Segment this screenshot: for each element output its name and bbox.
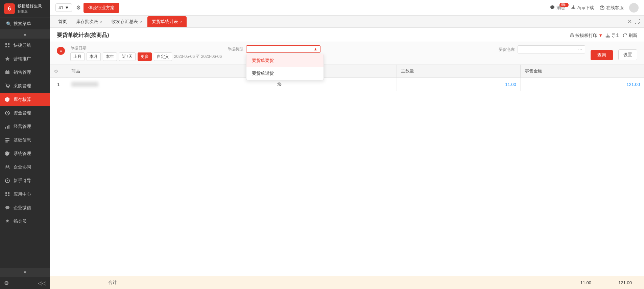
sidebar-settings-icon[interactable]: ⚙	[4, 280, 9, 286]
sidebar-search[interactable]: 🔍 搜索菜单	[0, 18, 50, 30]
sidebar-scroll-down[interactable]: ▼	[0, 268, 50, 277]
tabbar-expand-icon[interactable]: ⛶	[635, 19, 640, 25]
type-filter-select[interactable]: ▲ 要货单要货 要货单退货	[246, 45, 320, 53]
tabbar-actions: ✕ ⛶	[627, 18, 640, 25]
svg-point-20	[602, 9, 602, 9]
amount-link[interactable]: 121.00	[626, 82, 640, 87]
support-item[interactable]: 在线客服	[599, 5, 624, 11]
table-footer: 合计 11.00 121.00	[50, 276, 644, 289]
svg-point-13	[7, 180, 8, 181]
type-filter-input[interactable]	[249, 47, 313, 51]
svg-rect-22	[571, 34, 573, 35]
tab-batch-inventory-close[interactable]: ×	[100, 20, 102, 24]
sidebar-item-guide[interactable]: 新手引导	[0, 174, 50, 187]
product-name-blurred	[71, 82, 98, 87]
guide-label: 新手引导	[14, 178, 31, 184]
user-avatar-item[interactable]	[629, 3, 639, 13]
quantity-link[interactable]: 11.00	[505, 82, 516, 87]
td-amount: 121.00	[520, 78, 644, 91]
sidebar-item-member[interactable]: 畅会员	[0, 215, 50, 228]
sidebar-item-app-center[interactable]: 应用中心	[0, 187, 50, 201]
tab-collect-summary-close[interactable]: ×	[140, 20, 142, 24]
messages-item[interactable]: 消息 99+	[550, 5, 565, 11]
sidebar-item-marketing[interactable]: 营销推广	[0, 52, 50, 66]
sidebar-item-system[interactable]: 系统管理	[0, 147, 50, 160]
member-icon	[4, 218, 11, 225]
refresh-action[interactable]: 刷新	[623, 32, 637, 39]
operations-label: 经营管理	[14, 124, 31, 130]
logo-icon: 6	[4, 3, 15, 14]
th-settings-icon[interactable]: ⚙	[54, 69, 58, 74]
filter-bar: » 单据日期 上月 本月 本年 近7天 更多 自定义 2023-05-06 至 …	[50, 42, 644, 65]
type-dropdown-menu: 要货单要货 要货单退货	[246, 54, 324, 80]
brand-subtitle: 标准版	[18, 9, 42, 14]
tab-collect-summary[interactable]: 收发存汇总表 ×	[107, 16, 146, 27]
sidebar-item-inventory[interactable]: 库存核算	[0, 93, 50, 106]
tabbar-close-icon[interactable]: ✕	[627, 18, 632, 25]
warehouse-filter-input[interactable]	[521, 47, 577, 52]
messages-icon	[550, 5, 555, 10]
inventory-label: 库存核算	[14, 96, 31, 103]
dropdown-item-0[interactable]: 要货单要货	[246, 54, 324, 67]
sidebar-item-finance[interactable]: 资金管理	[0, 106, 50, 120]
warehouse-filter-row: 要货仓库 ···	[499, 45, 585, 53]
filter-settings-button[interactable]: 设置	[618, 49, 637, 60]
query-button[interactable]: 查询	[591, 50, 613, 60]
tab-batch-inventory[interactable]: 库存批次账 ×	[72, 16, 106, 27]
basic-label: 基础信息	[14, 137, 31, 143]
sidebar-item-purchase[interactable]: 采购管理	[0, 79, 50, 93]
type-filter-label: 单据类型	[227, 46, 243, 52]
app-download-item[interactable]: App下载	[571, 5, 594, 11]
sidebar-item-quick-nav[interactable]: 快捷导航	[0, 39, 50, 52]
warehouse-more-icon[interactable]: ···	[578, 47, 582, 52]
date-btn-this-month[interactable]: 本月	[87, 52, 101, 61]
support-label: 在线客服	[606, 5, 624, 11]
print-action[interactable]: 按模板打印 ▼	[570, 32, 603, 39]
sidebar-item-sales[interactable]: 销售管理	[0, 66, 50, 79]
page-title-bar: 要货单统计表(按商品) 按模板打印 ▼ 导出 刷新	[50, 28, 644, 42]
date-btn-last-7-days[interactable]: 近7天	[119, 52, 136, 61]
table-header: ⚙ 商品 主计量单位 主数量 零售金额	[50, 65, 644, 78]
date-btn-this-year[interactable]: 本年	[103, 52, 117, 61]
trial-button[interactable]: 体验行业方案	[84, 3, 119, 13]
tabbar: 首页 库存批次账 × 收发存汇总表 × 要货单统计表 × ✕ ⛶	[50, 16, 644, 28]
sidebar-item-basic[interactable]: 基础信息	[0, 133, 50, 147]
sidebar-collapse-icon[interactable]: ◁◁	[38, 280, 46, 286]
member-label: 畅会员	[14, 218, 27, 224]
sidebar-scroll-up[interactable]: ▲	[0, 30, 50, 39]
sidebar-item-operations[interactable]: 经营管理	[0, 120, 50, 133]
sidebar-item-wecom[interactable]: 企业微信	[0, 201, 50, 215]
quick-nav-icon	[4, 42, 11, 49]
tab-order-stats-label: 要货单统计表	[152, 19, 178, 25]
export-label: 导出	[611, 32, 620, 39]
topbar-settings-icon[interactable]: ⚙	[76, 4, 81, 11]
footer-quantity: 11.00	[559, 280, 599, 285]
export-action[interactable]: 导出	[605, 32, 620, 39]
basic-icon	[4, 137, 11, 143]
svg-rect-24	[606, 37, 610, 37]
inventory-icon	[4, 96, 11, 103]
warehouse-filter-label: 要货仓库	[499, 47, 515, 52]
sidebar-item-enterprise[interactable]: 企业协同	[0, 160, 50, 174]
tab-home-label: 首页	[58, 19, 67, 25]
tab-order-stats[interactable]: 要货单统计表 ×	[147, 16, 187, 27]
date-btn-custom[interactable]: 自定义	[154, 52, 172, 61]
company-selector[interactable]: 41 ▼	[55, 3, 72, 12]
date-btn-more[interactable]: 更多	[138, 52, 152, 61]
filter-expand-button[interactable]: »	[57, 47, 65, 55]
page-actions: 按模板打印 ▼ 导出 刷新	[570, 32, 637, 39]
svg-point-1	[7, 87, 7, 88]
wecom-icon	[4, 204, 11, 211]
date-btn-last-month[interactable]: 上月	[70, 52, 85, 61]
dropdown-item-1[interactable]: 要货单退货	[246, 67, 324, 80]
type-filter-arrow[interactable]: ▲	[313, 47, 317, 51]
enterprise-label: 企业协同	[14, 164, 31, 170]
svg-rect-8	[5, 140, 9, 141]
tab-order-stats-close[interactable]: ×	[180, 20, 182, 24]
refresh-icon	[623, 33, 627, 38]
sidebar-nav: 快捷导航 营销推广 销售管理 采购管理 库存核算	[0, 39, 50, 268]
th-settings[interactable]: ⚙	[50, 65, 67, 78]
svg-rect-9	[5, 141, 8, 142]
warehouse-filter-select[interactable]: ···	[518, 45, 585, 53]
tab-home[interactable]: 首页	[54, 17, 71, 27]
